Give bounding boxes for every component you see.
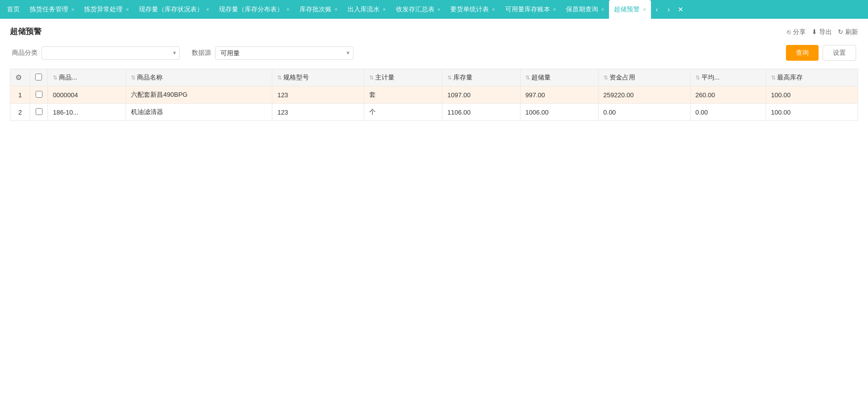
nav-tab-in-out-flow-label: 出入库流水 bbox=[347, 5, 380, 14]
nav-tab-batch-account-close[interactable]: × bbox=[335, 6, 338, 12]
action-buttons: 查询 设置 bbox=[786, 45, 856, 61]
nav-tab-recv-send-sum[interactable]: 收发存汇总表 × bbox=[391, 0, 445, 19]
share-button[interactable]: ⎋ 分享 bbox=[787, 28, 806, 37]
nav-tab-quality-query[interactable]: 保质期查询 × bbox=[561, 0, 609, 19]
data-source-select[interactable]: 可用量 库存量 bbox=[215, 46, 353, 60]
data-table: ⚙ 商品... 商品名称 规格型号 主计量 库存量 bbox=[10, 69, 858, 121]
goods-category-select[interactable] bbox=[42, 46, 180, 60]
nav-tab-inventory-status[interactable]: 现存量（库存状况表） × bbox=[134, 0, 214, 19]
goods-category-label: 商品分类 bbox=[12, 48, 38, 57]
row-goods-code-2: 186-10... bbox=[48, 104, 126, 121]
nav-tab-exception-proc-close[interactable]: × bbox=[126, 6, 129, 12]
filter-bar: 商品分类 数据源 可用量 库存量 查询 设置 bbox=[10, 45, 858, 61]
row-unit-1: 套 bbox=[364, 86, 442, 104]
col-avg-price-header[interactable]: 平均... bbox=[690, 69, 766, 86]
row-overstock-2: 1006.00 bbox=[520, 104, 598, 121]
refresh-icon: ↻ bbox=[838, 28, 843, 36]
nav-tab-order-stat-label: 要货单统计表 bbox=[450, 5, 489, 14]
top-nav: 首页 拣货任务管理 × 拣货异常处理 × 现存量（库存状况表） × 现存量（库存… bbox=[0, 0, 868, 19]
row-spec-1: 123 bbox=[272, 86, 364, 104]
nav-tab-order-stat[interactable]: 要货单统计表 × bbox=[445, 0, 500, 19]
table-header-row: ⚙ 商品... 商品名称 规格型号 主计量 库存量 bbox=[10, 69, 858, 86]
goods-category-select-wrapper bbox=[42, 46, 180, 60]
col-checkbox-header bbox=[30, 69, 48, 86]
col-spec-header[interactable]: 规格型号 bbox=[272, 69, 364, 86]
nav-arrow-right[interactable]: › bbox=[663, 0, 675, 19]
row-inventory-2: 1106.00 bbox=[442, 104, 521, 121]
nav-tab-inventory-dist[interactable]: 现存量（库存分布表） × bbox=[214, 0, 294, 19]
export-button[interactable]: ⬇ 导出 bbox=[812, 28, 832, 37]
nav-tab-home-label: 首页 bbox=[7, 5, 20, 14]
nav-tab-home[interactable]: 首页 bbox=[2, 0, 25, 19]
nav-tab-task-mgmt-label: 拣货任务管理 bbox=[30, 5, 68, 14]
nav-tab-batch-account-label: 库存批次账 bbox=[300, 5, 332, 14]
nav-tab-in-out-flow[interactable]: 出入库流水 × bbox=[343, 0, 391, 19]
row-spec-2: 123 bbox=[272, 104, 364, 121]
data-source-filter: 数据源 可用量 库存量 bbox=[192, 46, 353, 60]
col-max-inventory-header[interactable]: 最高库存 bbox=[766, 69, 858, 86]
table-row: 1 0000004 六配套新昌490BPG 123 套 1097.00 997.… bbox=[10, 86, 858, 104]
row-index-2: 2 bbox=[10, 104, 30, 121]
col-overstock-header[interactable]: 超储量 bbox=[520, 69, 598, 86]
nav-tab-quality-query-label: 保质期查询 bbox=[566, 5, 598, 14]
nav-close-all[interactable]: ✕ bbox=[675, 0, 687, 19]
row-goods-name-1: 六配套新昌490BPG bbox=[126, 86, 272, 104]
row-avg-price-1: 260.00 bbox=[690, 86, 766, 104]
row-avg-price-2: 0.00 bbox=[690, 104, 766, 121]
col-settings-header: ⚙ bbox=[10, 69, 30, 86]
row-capital-occupy-1: 259220.00 bbox=[598, 86, 690, 104]
table-row: 2 186-10... 机油滤清器 123 个 1106.00 1006.00 … bbox=[10, 104, 858, 121]
nav-tab-exception-proc[interactable]: 拣货异常处理 × bbox=[79, 0, 133, 19]
nav-tab-inventory-status-close[interactable]: × bbox=[206, 6, 209, 12]
nav-tab-order-stat-close[interactable]: × bbox=[492, 6, 495, 12]
nav-tab-inventory-dist-close[interactable]: × bbox=[286, 6, 289, 12]
nav-tab-batch-account[interactable]: 库存批次账 × bbox=[295, 0, 343, 19]
header-actions: ⎋ 分享 ⬇ 导出 ↻ 刷新 bbox=[787, 28, 858, 37]
row-goods-code-1: 0000004 bbox=[48, 86, 126, 104]
col-capital-occupy-header[interactable]: 资金占用 bbox=[598, 69, 690, 86]
row-max-inventory-2: 100.00 bbox=[766, 104, 858, 121]
col-inventory-header[interactable]: 库存量 bbox=[442, 69, 521, 86]
row-index-1: 1 bbox=[10, 86, 30, 104]
data-source-select-wrapper: 可用量 库存量 bbox=[215, 46, 353, 60]
settings-button[interactable]: 设置 bbox=[823, 45, 856, 61]
col-goods-code-header[interactable]: 商品... bbox=[48, 69, 126, 86]
row-checkbox-1[interactable] bbox=[36, 91, 43, 98]
col-unit-header[interactable]: 主计量 bbox=[364, 69, 442, 86]
row-max-inventory-1: 100.00 bbox=[766, 86, 858, 104]
nav-tab-recv-send-sum-label: 收发存汇总表 bbox=[396, 5, 434, 14]
export-icon: ⬇ bbox=[812, 28, 817, 36]
goods-category-filter: 商品分类 bbox=[12, 46, 180, 60]
data-source-label: 数据源 bbox=[192, 48, 211, 57]
nav-tab-available-account-label: 可用量库存账本 bbox=[505, 5, 550, 14]
nav-tab-in-out-flow-close[interactable]: × bbox=[383, 6, 386, 12]
nav-tab-inventory-dist-label: 现存量（库存分布表） bbox=[219, 5, 283, 14]
row-inventory-1: 1097.00 bbox=[442, 86, 521, 104]
row-unit-2: 个 bbox=[364, 104, 442, 121]
row-goods-name-2: 机油滤清器 bbox=[126, 104, 272, 121]
refresh-button[interactable]: ↻ 刷新 bbox=[838, 28, 858, 37]
row-overstock-1: 997.00 bbox=[520, 86, 598, 104]
nav-tab-available-account-close[interactable]: × bbox=[553, 6, 556, 12]
query-button[interactable]: 查询 bbox=[786, 45, 819, 61]
page-content: 超储预警 ⎋ 分享 ⬇ 导出 ↻ 刷新 商品分类 bbox=[0, 19, 868, 129]
nav-tab-quality-query-close[interactable]: × bbox=[601, 6, 604, 12]
nav-tab-task-mgmt[interactable]: 拣货任务管理 × bbox=[25, 0, 79, 19]
nav-tab-task-mgmt-close[interactable]: × bbox=[71, 6, 74, 12]
nav-tab-overstock-warning-close[interactable]: × bbox=[643, 6, 646, 12]
row-checkbox-cell-2 bbox=[30, 104, 48, 121]
row-checkbox-2[interactable] bbox=[36, 108, 43, 115]
select-all-checkbox[interactable] bbox=[35, 74, 42, 80]
nav-tab-overstock-warning[interactable]: 超储预警 × bbox=[609, 0, 651, 19]
settings-gear-icon[interactable]: ⚙ bbox=[15, 73, 22, 82]
page-title: 超储预警 bbox=[10, 27, 42, 37]
nav-tab-available-account[interactable]: 可用量库存账本 × bbox=[500, 0, 561, 19]
row-checkbox-cell-1 bbox=[30, 86, 48, 104]
page-header: 超储预警 ⎋ 分享 ⬇ 导出 ↻ 刷新 bbox=[10, 27, 858, 37]
nav-tab-recv-send-sum-close[interactable]: × bbox=[437, 6, 440, 12]
share-icon: ⎋ bbox=[787, 28, 791, 36]
nav-tab-inventory-status-label: 现存量（库存状况表） bbox=[139, 5, 203, 14]
col-goods-name-header[interactable]: 商品名称 bbox=[126, 69, 272, 86]
nav-arrow-left[interactable]: ‹ bbox=[651, 0, 663, 19]
nav-tab-overstock-warning-label: 超储预警 bbox=[614, 5, 640, 14]
